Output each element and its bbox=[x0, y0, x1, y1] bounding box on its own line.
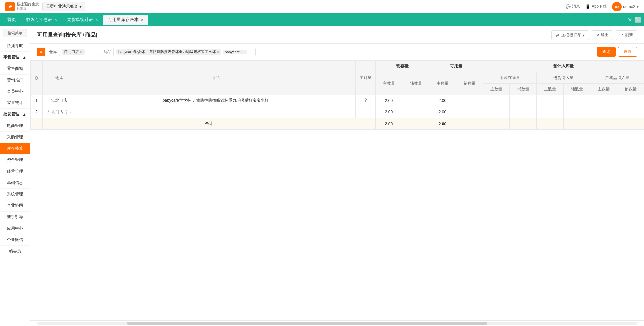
sidebar-item-ecommerce[interactable]: 电商管理 bbox=[0, 120, 30, 132]
footer-purchase-main bbox=[483, 118, 510, 130]
settings-btn[interactable]: 设置 bbox=[618, 47, 637, 57]
sidebar-item-inventory-check[interactable]: 库存核算 bbox=[0, 143, 30, 154]
print-chevron-icon: ▾ bbox=[583, 33, 585, 38]
message-btn[interactable]: 💬 消息 bbox=[566, 4, 580, 9]
top-bar-right: 💬 消息 📱 App下载 Ea demo2 ▾ bbox=[566, 2, 639, 11]
th-available-group: 可用量 bbox=[429, 61, 483, 72]
sidebar-item-basic-info[interactable]: 基础信息 bbox=[0, 177, 30, 189]
horizontal-scrollbar[interactable] bbox=[37, 322, 637, 325]
row2-unit bbox=[356, 106, 376, 118]
th-incoming-purchase-group: 进货待入量 bbox=[537, 72, 590, 84]
retail-mgmt-arrow: ▲ bbox=[22, 55, 26, 60]
row2-purchase-main bbox=[483, 106, 510, 118]
warehouse-tag-close[interactable]: ✕ bbox=[80, 50, 83, 54]
table-scrollbar-area bbox=[30, 320, 644, 326]
company-name: 母婴行业演示账套 bbox=[46, 4, 78, 9]
warehouse-input[interactable]: 江北门店 ✕ … bbox=[59, 48, 99, 56]
product-tag-1-close[interactable]: ✕ bbox=[217, 50, 219, 54]
row2-warehouse: 江北门店【... bbox=[43, 106, 76, 118]
row1-index: 1 bbox=[31, 95, 43, 106]
th-incoming-group: 预计入库量 bbox=[483, 61, 644, 72]
sidebar-item-operations-mgmt[interactable]: 经营管理 bbox=[0, 166, 30, 177]
sidebar-item-retail-mgmt[interactable]: 零售管理 ▲ bbox=[0, 52, 30, 63]
sidebar-item-member-center[interactable]: 会员中心 bbox=[0, 86, 30, 97]
sidebar-item-member[interactable]: 畅会员 bbox=[0, 246, 30, 257]
user-chevron-icon: ▾ bbox=[637, 4, 639, 9]
warehouse-tag-text: 江北门店 bbox=[64, 49, 79, 54]
warehouse-filter: 仓库 江北门店 ✕ … bbox=[49, 48, 99, 56]
sidebar-item-retail-mall[interactable]: 零售商城 bbox=[0, 63, 30, 75]
print-icon: 🖨 bbox=[556, 33, 560, 38]
nav-tabs-right: ✕ ⬜ bbox=[628, 17, 641, 23]
refresh-btn[interactable]: ↺ 刷新 bbox=[616, 30, 637, 40]
nav-tabs: 首页 收发存汇总表 ✕ 要货单统计表 ✕ 可用量库存账本 ✕ ✕ ⬜ bbox=[0, 13, 644, 26]
page-actions: 🖨 按模板打印 ▾ ↗ 导出 ↺ 刷新 bbox=[551, 30, 637, 40]
search-menu-btn[interactable]: 搜索菜单 bbox=[3, 29, 27, 37]
tab-order-stats-close[interactable]: ✕ bbox=[95, 18, 98, 22]
row1-unit: 个 bbox=[356, 95, 376, 106]
home-tab-label: 首页 bbox=[7, 17, 16, 23]
product-label: 商品 bbox=[103, 49, 111, 55]
product-tag-1: babycare学饮杯 儿童防摔防撞吸管杯重力球吸嘴杯宝宝水杯 ✕ bbox=[116, 49, 221, 55]
warehouse-more-dots[interactable]: … bbox=[86, 50, 90, 54]
tab-available-stock[interactable]: 可用量库存账本 ✕ bbox=[103, 15, 148, 25]
th-purchase-sub: 辅数量 bbox=[510, 84, 537, 95]
th-purchase-group: 采购在途量 bbox=[483, 72, 537, 84]
tab-maximize-btn[interactable]: ⬜ bbox=[635, 17, 641, 23]
row2-index: 2 bbox=[31, 106, 43, 118]
filter-toggle-btn[interactable]: » bbox=[37, 48, 45, 56]
column-settings-icon[interactable]: ⚙ bbox=[34, 75, 39, 81]
tab-order-stats[interactable]: 要货单统计表 ✕ bbox=[62, 15, 103, 25]
product-more-dots[interactable]: … bbox=[249, 50, 253, 54]
sidebar-item-retail-stats[interactable]: 零售统计 bbox=[0, 97, 30, 109]
export-label: 导出 bbox=[601, 32, 609, 38]
tab-receipt-summary[interactable]: 收发存汇总表 ✕ bbox=[21, 15, 62, 25]
user-profile[interactable]: Ea demo2 ▾ bbox=[612, 2, 639, 11]
scrollbar-thumb[interactable] bbox=[127, 322, 487, 325]
top-bar: 好 畅捷通好生意 标准版 母婴行业演示账套 ▾ 💬 消息 📱 App下载 Ea … bbox=[0, 0, 644, 13]
sidebar-item-enterprise-wechat[interactable]: 企业微信 bbox=[0, 234, 30, 246]
th-incoming-purchase-main: 主数量 bbox=[537, 84, 564, 95]
company-selector[interactable]: 母婴行业演示账套 ▾ bbox=[42, 2, 85, 11]
footer-product-sub bbox=[617, 118, 644, 130]
warehouse-tag-1: 江北门店 ✕ bbox=[62, 49, 85, 55]
app-download-label: App下载 bbox=[592, 4, 607, 9]
sidebar-item-marketing[interactable]: 营销推广 bbox=[0, 75, 30, 86]
export-btn[interactable]: ↗ 导出 bbox=[592, 30, 613, 40]
sidebar-item-new-guide[interactable]: 新手引导 bbox=[0, 212, 30, 223]
footer-stock-sub bbox=[402, 118, 429, 130]
row1-product: babycare学饮杯 儿童防摔防撞吸管杯重力球吸嘴杯宝宝水杯 bbox=[76, 95, 356, 106]
th-product: 商品 bbox=[76, 61, 356, 95]
sidebar-item-finance-mgmt[interactable]: 资金管理 bbox=[0, 154, 30, 166]
sidebar-item-purchase-mgmt[interactable]: 采购管理 bbox=[0, 132, 30, 143]
tab-available-stock-close[interactable]: ✕ bbox=[141, 18, 143, 22]
filter-bar: » 仓库 江北门店 ✕ … 商品 babycare学饮杯 儿童防摔防撞吸管杯重力… bbox=[30, 44, 644, 60]
sidebar-item-system-mgmt[interactable]: 系统管理 bbox=[0, 189, 30, 200]
th-stock-group: 现存量 bbox=[376, 61, 429, 72]
tab-close-all-btn[interactable]: ✕ bbox=[628, 17, 632, 23]
th-settings[interactable]: ⚙ bbox=[31, 61, 43, 95]
query-btn[interactable]: 查询 bbox=[597, 47, 616, 57]
message-icon: 💬 bbox=[566, 4, 571, 9]
tab-receipt-summary-close[interactable]: ✕ bbox=[54, 18, 57, 22]
sidebar-item-enterprise-collab[interactable]: 企业协同 bbox=[0, 200, 30, 212]
th-product-incoming-main: 主数量 bbox=[590, 84, 617, 95]
th-available-main: 主数量 bbox=[429, 72, 456, 95]
filter-toggle-icon: » bbox=[40, 49, 42, 55]
sidebar-item-app-center[interactable]: 应用中心 bbox=[0, 223, 30, 234]
product-tag-text-2: babycare?... bbox=[225, 50, 245, 54]
row2-available-sub bbox=[456, 106, 483, 118]
row2-purchase-sub bbox=[510, 106, 537, 118]
app-download-btn[interactable]: 📱 App下载 bbox=[585, 4, 607, 9]
sidebar-item-wholesale-mgmt[interactable]: 批发管理 ▲ bbox=[0, 109, 30, 120]
logo-sub: 标准版 bbox=[17, 6, 39, 11]
logo: 好 畅捷通好生意 标准版 bbox=[5, 2, 39, 11]
print-template-btn[interactable]: 🖨 按模板打印 ▾ bbox=[551, 30, 589, 40]
sidebar-item-quick-nav[interactable]: 快捷导航 bbox=[0, 40, 30, 52]
row2-incoming-sub bbox=[564, 106, 590, 118]
product-input[interactable]: babycare学饮杯 儿童防摔防撞吸管杯重力球吸嘴杯宝宝水杯 ✕ babyca… bbox=[113, 48, 256, 56]
tab-home[interactable]: 首页 bbox=[3, 15, 21, 25]
page-header: 可用量查询(按仓库+商品) 🖨 按模板打印 ▾ ↗ 导出 ↺ 刷新 bbox=[30, 26, 644, 44]
available-stock-label: 可用量库存账本 bbox=[108, 17, 139, 23]
product-filter: 商品 babycare学饮杯 儿童防摔防撞吸管杯重力球吸嘴杯宝宝水杯 ✕ bab… bbox=[103, 48, 256, 56]
